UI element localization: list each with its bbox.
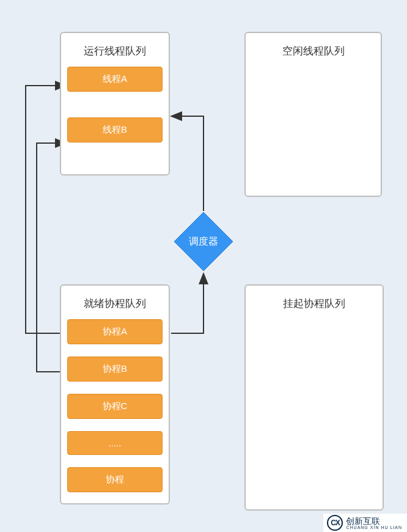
scheduler-node: 调度器	[173, 211, 234, 272]
coroutine-item: 协程	[67, 467, 163, 492]
coroutine-item: 协程A	[67, 319, 163, 344]
scheduler-label: 调度器	[173, 211, 234, 272]
running-queue-title: 运行线程队列	[67, 44, 163, 58]
watermark-sub: CHUANG XIN HU LIAN	[346, 525, 402, 530]
suspended-queue-title: 挂起协程队列	[252, 297, 376, 311]
running-thread-queue-panel: 运行线程队列 线程A 线程B	[60, 32, 170, 175]
ready-queue-title: 就绪协程队列	[67, 297, 163, 311]
coroutine-item: 协程C	[67, 394, 163, 419]
coroutine-item: 协程B	[67, 357, 163, 382]
watermark-logo-icon: CX	[327, 515, 343, 531]
ready-coroutine-queue-panel: 就绪协程队列 协程A 协程B 协程C ..... 协程	[60, 284, 170, 504]
watermark: CX 创新互联 CHUANG XIN HU LIAN	[323, 514, 407, 532]
thread-item: 线程A	[67, 67, 163, 92]
watermark-brand: 创新互联	[346, 517, 402, 525]
thread-item: 线程B	[67, 117, 163, 142]
idle-thread-queue-panel: 空闲线程队列	[244, 32, 382, 197]
coroutine-item: .....	[67, 431, 163, 455]
idle-queue-title: 空闲线程队列	[252, 44, 375, 58]
suspended-coroutine-queue-panel: 挂起协程队列	[244, 284, 384, 511]
